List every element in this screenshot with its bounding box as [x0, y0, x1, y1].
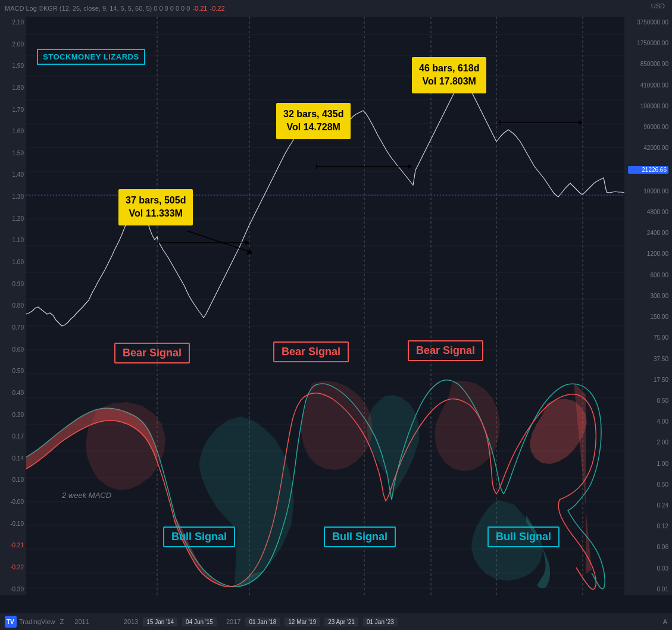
right-axis-label-9: 4800.00	[628, 209, 668, 215]
left-axis-label-7: 1.40	[2, 171, 24, 178]
right-axis-label-11: 1200.00	[628, 250, 668, 257]
annotation-1-line1: 37 bars, 505d	[126, 195, 186, 205]
left-axis-label-5: 1.60	[2, 128, 24, 134]
right-axis-current-price: 21226.66	[628, 166, 668, 174]
right-axis-label-27: 0.01	[628, 586, 668, 593]
right-axis-label-3: 410000.00	[628, 82, 668, 89]
year-2011: 2011	[74, 618, 89, 625]
left-axis-label-15: 0.60	[2, 346, 24, 353]
right-axis-label-18: 8.50	[628, 397, 668, 404]
svg-text:TV: TV	[7, 619, 14, 625]
left-axis-label-18: 0.30	[2, 412, 24, 418]
left-axis-label-8: 1.30	[2, 193, 24, 200]
right-axis-label-2: 850000.00	[628, 61, 668, 67]
right-axis-label-23: 0.24	[628, 502, 668, 509]
date-jan18: 01 Jan '18	[245, 618, 280, 626]
year-2017: 2017	[226, 618, 240, 625]
chart-container: MACD Log ©KGR (12, 26, close, 9, 14, 5, …	[0, 0, 672, 630]
annotation-box-3: 46 bars, 618d Vol 17.803M	[412, 57, 486, 93]
annotation-2-line1: 32 bars, 435d	[283, 109, 343, 119]
right-axis-label-14: 150.00	[628, 314, 668, 320]
left-axis-label-3: 1.80	[2, 84, 24, 91]
annotation-box-1: 37 bars, 505d Vol 11.333M	[118, 189, 193, 225]
bull-signal-1: Bull Signal	[163, 526, 235, 547]
left-axis-label-22: -0.00	[2, 499, 24, 505]
right-axis-label-21: 1.00	[628, 460, 668, 467]
annotation-box-2: 32 bars, 435d Vol 14.728M	[276, 103, 351, 139]
header-neg1: -0.21	[192, 5, 207, 12]
left-axis-label-2: 1.90	[2, 62, 24, 69]
header-bar: MACD Log ©KGR (12, 26, close, 9, 14, 5, …	[0, 0, 672, 17]
tradingview-text: TradingView	[19, 618, 55, 625]
right-axis-label-5: 90000.00	[628, 124, 668, 130]
right-axis-label-6: 42000.00	[628, 145, 668, 151]
tradingview-icon: TV	[5, 616, 17, 628]
date-apr21: 23 Apr '21	[324, 618, 358, 626]
left-axis-label-14: 0.70	[2, 324, 24, 331]
bear-signal-2: Bear Signal	[273, 341, 349, 362]
left-axis-label-13: 0.80	[2, 302, 24, 309]
right-axis-label-15: 75.00	[628, 334, 668, 341]
left-axis-label-12: 0.90	[2, 281, 24, 287]
bull-signal-3: Bull Signal	[487, 526, 560, 547]
right-axis-label-12: 600.00	[628, 272, 668, 278]
right-axis-label-13: 300.00	[628, 293, 668, 299]
left-axis: 2.10 2.00 1.90 1.80 1.70 1.60 1.50 1.40 …	[0, 17, 26, 595]
usd-label: USD	[651, 2, 665, 10]
left-axis-label-neg3: -0.30	[2, 586, 24, 593]
stockmoney-label: STOCKMONEY LIZARDS	[37, 49, 145, 65]
left-axis-label-10: 1.10	[2, 237, 24, 243]
year-2013: 2013	[124, 618, 138, 625]
left-axis-label-1: 2.00	[2, 41, 24, 48]
right-axis-label-20: 2.00	[628, 439, 668, 446]
bear-signal-3: Bear Signal	[408, 340, 483, 361]
annotation-3-line1: 46 bars, 618d	[419, 63, 479, 73]
left-axis-label-23: -0.10	[2, 521, 24, 527]
date-jun15: 04 Jun '15	[182, 618, 217, 626]
left-axis-label-4: 1.70	[2, 106, 24, 113]
left-axis-label-17: 0.40	[2, 390, 24, 396]
left-axis-label-11: 1.00	[2, 259, 24, 265]
date-jan14: 15 Jan '14	[143, 618, 177, 626]
main-chart: STOCKMONEY LIZARDS 2 week MACD 37 bars, …	[26, 17, 624, 595]
bottom-bar: TV TradingView Z 2011 2013 15 Jan '14 04…	[0, 613, 672, 630]
left-axis-label-20: 0.14	[2, 455, 24, 462]
annotation-2-line2: Vol 14.728M	[286, 122, 340, 132]
year-a: A	[663, 618, 667, 625]
right-axis-label-24: 0.12	[628, 523, 668, 529]
right-axis: 3750000.00 1750000.00 850000.00 410000.0…	[624, 17, 672, 595]
right-axis-label-19: 4.00	[628, 418, 668, 425]
tradingview-logo: TV TradingView	[5, 616, 55, 628]
bull-signal-2: Bull Signal	[324, 526, 396, 547]
left-axis-label-neg1: -0.21	[2, 542, 24, 548]
left-axis-label-neg2: -0.22	[2, 564, 24, 571]
header-neg2: -0.22	[210, 5, 224, 12]
left-axis-label-0: 2.10	[2, 19, 24, 26]
header-title: MACD Log ©KGR (12, 26, close, 9, 14, 5, …	[5, 5, 190, 12]
year-z: Z	[60, 618, 64, 625]
date-mar19: 12 Mar '19	[285, 618, 320, 626]
date-jan23: 01 Jan '23	[363, 618, 398, 626]
left-axis-label-16: 0.50	[2, 368, 24, 374]
right-axis-label-22: 0.50	[628, 481, 668, 488]
right-axis-label-0: 3750000.00	[628, 19, 668, 26]
annotation-1-line2: Vol 11.333M	[129, 208, 182, 218]
right-axis-label-10: 2400.00	[628, 230, 668, 236]
right-axis-label-17: 17.50	[628, 377, 668, 383]
bear-signal-1: Bear Signal	[114, 343, 190, 363]
left-axis-label-21: 0.10	[2, 477, 24, 483]
right-axis-label-8: 10000.00	[628, 188, 668, 195]
annotation-3-line2: Vol 17.803M	[422, 76, 476, 86]
right-axis-label-25: 0.06	[628, 544, 668, 550]
left-axis-label-19: 0.17	[2, 433, 24, 440]
right-axis-label-1: 1750000.00	[628, 40, 668, 46]
left-axis-label-9: 1.20	[2, 215, 24, 222]
right-axis-label-26: 0.03	[628, 565, 668, 572]
right-axis-label-16: 37.50	[628, 356, 668, 362]
right-axis-label-4: 190000.00	[628, 103, 668, 109]
left-axis-label-6: 1.50	[2, 150, 24, 156]
macd-2week-label: 2 week MACD	[62, 491, 111, 500]
